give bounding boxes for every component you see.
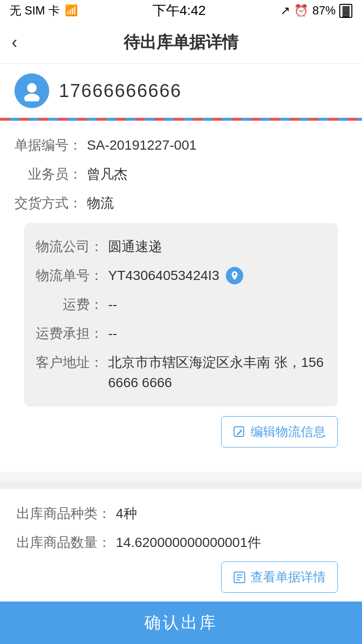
page-title: 待出库单据详情: [124, 31, 238, 54]
address-label: 客户地址：: [36, 352, 103, 373]
goods-quantity-value: 14.620000000000001件: [116, 532, 348, 553]
back-button[interactable]: ‹: [12, 34, 17, 51]
svg-point-0: [27, 83, 37, 93]
goods-quantity-row: 出库商品数量： 14.620000000000001件: [14, 532, 348, 553]
goods-type-label: 出库商品种类：: [14, 504, 111, 524]
logistics-tracking-label: 物流单号：: [36, 266, 103, 286]
person-icon: [21, 80, 42, 101]
view-details-button[interactable]: 查看单据详情: [221, 561, 338, 593]
goods-type-row: 出库商品种类： 4种: [14, 504, 348, 524]
confirm-bar[interactable]: 确认出库: [0, 602, 362, 644]
alarm-icon: ⏰: [294, 4, 308, 17]
edit-icon: [233, 426, 246, 438]
map-location-icon[interactable]: [226, 267, 243, 284]
view-details-btn-area: 查看单据详情: [14, 561, 348, 607]
address-row: 客户地址： 北京市市辖区海淀区永丰南 张，156 6666 6666: [36, 352, 326, 393]
logistics-company-row: 物流公司： 圆通速递: [36, 237, 326, 257]
battery-icon: ▓: [339, 4, 352, 18]
wifi-icon: 📶: [65, 4, 78, 17]
svg-rect-2: [234, 427, 244, 436]
nav-bar: ‹ 待出库单据详情: [0, 21, 362, 64]
avatar: [14, 73, 49, 108]
salesman-label: 业务员：: [14, 164, 82, 184]
delivery-value: 物流: [87, 193, 348, 213]
address-value: 北京市市辖区海淀区永丰南 张，156 6666 6666: [108, 352, 326, 393]
status-left: 无 SIM 卡 📶: [10, 3, 78, 18]
freight-label: 运费：: [36, 294, 103, 315]
edit-logistics-button[interactable]: 编辑物流信息: [221, 416, 338, 448]
logistics-company-value: 圆通速递: [108, 237, 326, 257]
delivery-label: 交货方式：: [14, 193, 82, 213]
doc-number-label: 单据编号：: [14, 135, 82, 155]
logistics-tracking-row: 物流单号： YT43064053424I3: [36, 266, 326, 286]
logistics-company-label: 物流公司：: [36, 237, 103, 257]
logistics-card: 物流公司： 圆通速递 物流单号： YT43064053424I3 运费： --: [24, 223, 338, 406]
status-right: ↗ ⏰ 87% ▓: [280, 4, 352, 18]
freight-bear-value: --: [108, 323, 326, 344]
location-status-icon: ↗: [280, 4, 290, 17]
status-time: 下午4:42: [153, 1, 206, 20]
salesman-value: 曾凡杰: [87, 164, 348, 184]
goods-quantity-label: 出库商品数量：: [14, 532, 111, 553]
freight-row: 运费： --: [36, 294, 326, 315]
salesman-row: 业务员： 曾凡杰: [14, 164, 348, 184]
freight-bear-label: 运费承担：: [36, 323, 103, 344]
svg-point-1: [24, 94, 40, 101]
edit-logistics-btn-area: 编辑物流信息: [14, 416, 348, 457]
freight-value: --: [108, 294, 326, 315]
battery-text: 87%: [312, 4, 335, 17]
user-phone: 17666666666: [59, 81, 181, 101]
doc-number-row: 单据编号： SA-20191227-001: [14, 135, 348, 155]
delivery-row: 交货方式： 物流: [14, 193, 348, 213]
confirm-button-text: 确认出库: [144, 612, 218, 634]
section-divider: [0, 481, 362, 489]
status-bar: 无 SIM 卡 📶 下午4:42 ↗ ⏰ 87% ▓: [0, 0, 362, 21]
carrier-text: 无 SIM 卡: [10, 3, 60, 18]
doc-number-value: SA-20191227-001: [87, 135, 348, 155]
logistics-tracking-value: YT43064053424I3: [108, 266, 326, 286]
list-icon: [233, 571, 246, 584]
goods-type-value: 4种: [116, 504, 348, 524]
document-info-card: 单据编号： SA-20191227-001 业务员： 曾凡杰 交货方式： 物流 …: [0, 121, 362, 472]
user-header: 17666666666: [0, 64, 362, 118]
freight-bear-row: 运费承担： --: [36, 323, 326, 344]
